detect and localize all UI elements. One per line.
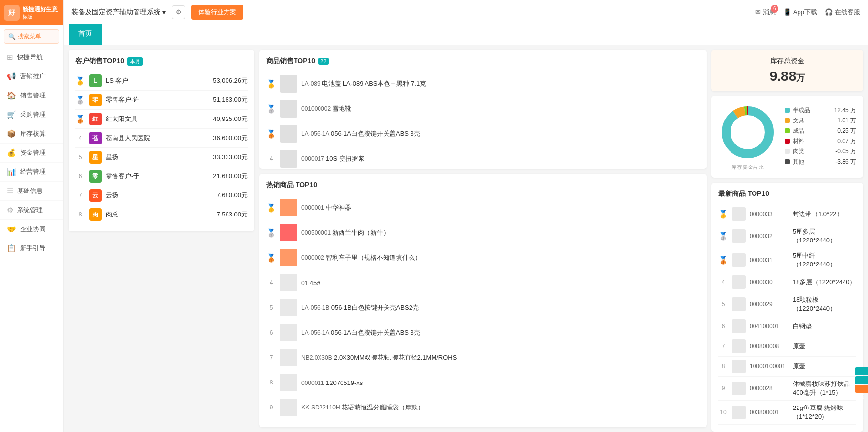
sidebar-item-basic[interactable]: ☰ 基础信息 — [0, 182, 63, 201]
finance-icon: 💰 — [7, 148, 16, 157]
logo-icon: 好 — [4, 5, 20, 21]
product-sales-list: 🥇LA-089 电池盖 LA-089 ABS本色＋黑种 7.1克🥈0010000… — [266, 72, 700, 169]
new-product-row: 6004100001白钢垫 — [718, 316, 856, 336]
new-product-row: 🥇0000033封边带（1.0*22） — [718, 204, 856, 224]
product-sales-tag: 22 — [318, 58, 329, 65]
sales-icon: 🏠 — [7, 91, 16, 100]
app-download-button[interactable]: 📱 App下载 — [783, 8, 817, 17]
sidebar-item-system[interactable]: ⚙ 系统管理 — [0, 201, 63, 220]
main-area: 装备及固定资产辅助管理系统 ▾ ⚙ 体验行业方案 ✉ 消息 6 📱 App下载 … — [64, 0, 868, 432]
new-product-row: 4000003018多层（1220*2440） — [718, 272, 856, 292]
tab-home[interactable]: 首页 — [69, 24, 102, 45]
sidebar-item-sales[interactable]: 🏠 销售管理 — [0, 86, 63, 105]
stock-total-value: 9.88万 — [718, 69, 856, 84]
logo-sub: 标版 — [23, 14, 58, 21]
new-product-row: 1000380000122g鱼豆腐·烧烤味（1*12*20） — [718, 401, 856, 425]
product-sales-row: 🥉LA-056-1A 056-1A白色按键开关盖ABS 3壳 — [266, 121, 700, 146]
hot-product-row: 🥉0000002 智利车子里（规格不知道填什么） — [266, 245, 700, 270]
logo: 好 畅捷通好生意 标版 — [0, 0, 63, 25]
phone-icon: 📱 — [783, 8, 791, 16]
customer-row: 4苍苍南县人民医院36,600.00元 — [75, 129, 248, 148]
new-products-list: 🥇0000033封边带（1.0*22）🥈00000325厘多层（1220*244… — [718, 204, 856, 425]
stock-donut-card: 库存资金占比 半成品12.45 万文具1.01 万成品0.25 万材料0.07 … — [711, 96, 863, 178]
marketing-icon: 📢 — [7, 72, 16, 81]
sidebar-item-finance[interactable]: 💰 资金管理 — [0, 144, 63, 163]
hot-product-row: 80000011 12070519-xs — [266, 370, 700, 395]
sidebar-item-quicknav[interactable]: ⊞ 快捷导航 — [0, 48, 63, 67]
donut-legend: 半成品12.45 万文具1.01 万成品0.25 万材料0.07 万肉类-0.0… — [785, 106, 856, 168]
product-sales-row: 40000017 10S 变扭罗浆 — [266, 146, 700, 169]
stock-total-label: 库存总资金 — [718, 57, 856, 66]
product-sales-title: 商品销售TOP10 22 — [266, 57, 700, 66]
basic-icon: ☰ — [7, 187, 13, 195]
cs-hotline-button[interactable]: 客服热线 — [855, 367, 868, 375]
sidebar-item-operations[interactable]: 📊 经营管理 — [0, 163, 63, 182]
cooperation-icon: 🤝 — [7, 225, 16, 234]
dropdown-arrow-icon: ▾ — [162, 8, 166, 16]
customer-top10-title: 客户销售TOP10 本月 — [75, 57, 248, 66]
cs-live-button[interactable]: 直播 — [855, 385, 868, 393]
sidebar-item-purchase[interactable]: 🛒 采购管理 — [0, 105, 63, 124]
sidebar-item-marketing[interactable]: 📢 营销推广 — [0, 67, 63, 86]
online-service-button[interactable]: 🎧 在线客服 — [825, 8, 860, 17]
content-area: 客户销售TOP10 本月 🥇LLS 客户53,006.26元🥈零零售客户-许51… — [64, 45, 868, 432]
customer-row: 8肉肉总7,563.00元 — [75, 205, 248, 224]
hot-product-row: 5LA-056-1B 056-1B白色按键开关壳ABS2壳 — [266, 295, 700, 320]
new-product-row: 810000100001原壶 — [718, 357, 856, 377]
headset-icon: 🎧 — [825, 8, 833, 16]
hot-product-row: 9KK-SD22110H 花语萌恒温分腿睡袋（厚款） — [266, 395, 700, 420]
product-sales-row: 🥇LA-089 电池盖 LA-089 ABS本色＋黑种 7.1克 — [266, 72, 700, 96]
logo-title: 畅捷通好生意 — [23, 5, 58, 14]
customer-top10-card: 客户销售TOP10 本月 🥇LLS 客户53,006.26元🥈零零售客户-许51… — [69, 50, 254, 231]
settings-button[interactable]: ⚙ — [172, 5, 185, 19]
customer-top10-tag: 本月 — [127, 57, 143, 66]
experience-button[interactable]: 体验行业方案 — [191, 5, 243, 20]
new-product-row: 5000002918颗粒板（1220*2440） — [718, 292, 856, 316]
hot-product-row: 🥇0000001 中华神器 — [266, 195, 700, 220]
stock-icon: 📦 — [7, 129, 16, 138]
quicknav-icon: ⊞ — [7, 53, 13, 62]
sidebar-item-stock[interactable]: 📦 库存核算 — [0, 124, 63, 144]
customer-row: 🥈零零售客户-许51,183.00元 — [75, 91, 248, 110]
message-icon: ✉ — [755, 8, 761, 16]
new-products-title: 最新商品 TOP10 — [718, 190, 856, 198]
operations-icon: 📊 — [7, 168, 16, 176]
product-sales-row: 🥈001000002 雪地靴 — [266, 96, 700, 121]
customer-row: 5星星扬33,333.00元 — [75, 148, 248, 167]
sidebar-search: 🔍 搜索菜单 — [0, 25, 63, 48]
new-product-row: 🥈00000325厘多层（1220*2440） — [718, 224, 856, 248]
customer-service-float: 客服热线 服务社区 直播 — [855, 367, 868, 393]
hot-product-row: 7NB2.0X30B 2.0X30MM双摆花轴,摆花直径2.1MM/ROHS — [266, 345, 700, 370]
stock-total-card: 库存总资金 9.88万 — [711, 50, 863, 91]
customer-row: 🥉红红太阳文具40,925.00元 — [75, 110, 248, 129]
donut-section: 库存资金占比 半成品12.45 万文具1.01 万成品0.25 万材料0.07 … — [718, 103, 856, 171]
sidebar-item-cooperation[interactable]: 🤝 企业协同 — [0, 220, 63, 239]
hot-products-card: 热销商品 TOP10 🥇0000001 中华神器🥈000500001 新西兰牛肉… — [259, 174, 707, 427]
new-product-row: 7000800008原壶 — [718, 336, 856, 357]
message-button[interactable]: ✉ 消息 6 — [755, 8, 776, 17]
hot-product-row: 🥈000500001 新西兰牛肉（新牛） — [266, 220, 700, 245]
new-product-row: 90000028体械嘉枚味苏打饮品400毫升（1*15） — [718, 377, 856, 401]
right-column: 库存总资金 9.88万 — [711, 50, 863, 427]
hot-product-row: 401 45# — [266, 270, 700, 295]
system-title-dropdown[interactable]: 装备及固定资产辅助管理系统 ▾ — [71, 8, 166, 17]
new-products-card: 最新商品 TOP10 🥇0000033封边带（1.0*22）🥈00000325厘… — [711, 183, 863, 432]
guide-icon: 📋 — [7, 244, 16, 253]
sidebar-item-guide[interactable]: 📋 新手引导 — [0, 239, 63, 258]
customer-row: 7云云扬7,680.00元 — [75, 186, 248, 205]
donut-chart — [718, 103, 777, 162]
donut-label: 库存资金占比 — [718, 164, 777, 171]
cs-community-button[interactable]: 服务社区 — [855, 376, 868, 384]
topbar: 装备及固定资产辅助管理系统 ▾ ⚙ 体验行业方案 ✉ 消息 6 📱 App下载 … — [64, 0, 868, 24]
new-product-row: 🥉00000315厘中纤（1220*2440） — [718, 248, 856, 272]
middle-column: 商品销售TOP10 22 🥇LA-089 电池盖 LA-089 ABS本色＋黑种… — [259, 50, 707, 427]
customer-list: 🥇LLS 客户53,006.26元🥈零零售客户-许51,183.00元🥉红红太阳… — [75, 72, 248, 224]
system-icon: ⚙ — [7, 206, 13, 215]
hot-products-title: 热销商品 TOP10 — [266, 181, 700, 190]
left-column: 客户销售TOP10 本月 🥇LLS 客户53,006.26元🥈零零售客户-许51… — [69, 50, 254, 427]
search-menu-button[interactable]: 🔍 搜索菜单 — [4, 29, 59, 44]
purchase-icon: 🛒 — [7, 110, 16, 119]
customer-row: 6零零售客户-于21,680.00元 — [75, 167, 248, 186]
product-sales-card: 商品销售TOP10 22 🥇LA-089 电池盖 LA-089 ABS本色＋黑种… — [259, 50, 707, 169]
topbar-actions: ✉ 消息 6 📱 App下载 🎧 在线客服 — [755, 8, 860, 17]
